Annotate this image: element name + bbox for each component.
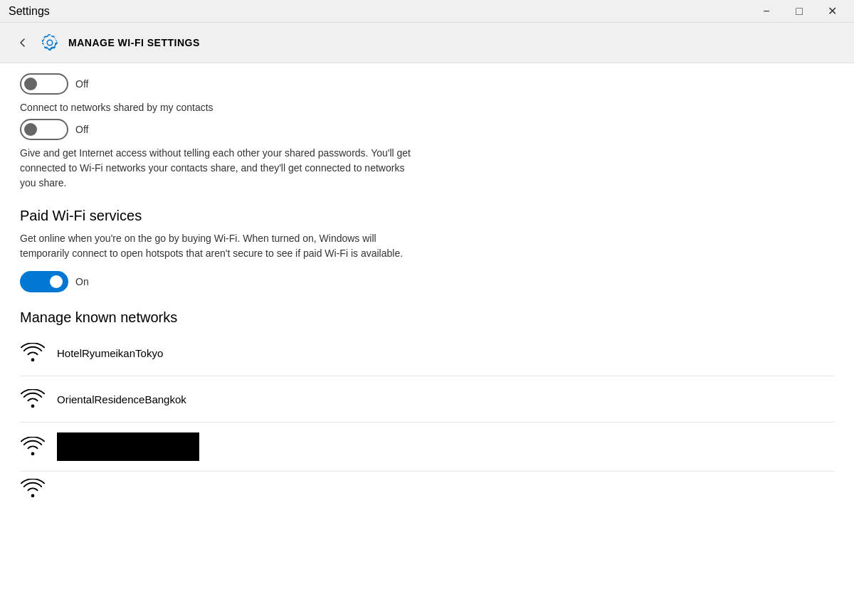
known-networks-heading: Manage known networks xyxy=(20,309,834,326)
toggle2-label: Off xyxy=(75,124,88,135)
toggle3-label: On xyxy=(75,276,89,287)
toggle2-wrapper: Off xyxy=(20,119,834,140)
network-item-4 xyxy=(20,474,834,503)
network-divider-3 xyxy=(20,471,834,472)
network-item-3 xyxy=(20,425,834,468)
toggle1[interactable] xyxy=(20,73,68,95)
network-item-2: OrientalResidenceBangkok xyxy=(20,379,834,419)
shared-description: Give and get Internet access without tel… xyxy=(20,146,418,191)
network-name-redacted-1 xyxy=(57,432,199,461)
minimize-button[interactable]: − xyxy=(750,0,783,23)
paid-wifi-description: Get online when you're on the go by buyi… xyxy=(20,231,418,261)
toggle2[interactable] xyxy=(20,119,68,140)
settings-content: Off Connect to networks shared by my con… xyxy=(0,63,854,616)
maximize-button[interactable]: □ xyxy=(783,0,816,23)
wifi-signal-icon xyxy=(21,343,45,363)
title-bar: Settings − □ ✕ xyxy=(0,0,854,23)
network-divider-2 xyxy=(20,422,834,423)
connect-contacts-label: Connect to networks shared by my contact… xyxy=(20,102,834,113)
wifi-signal-icon-3 xyxy=(21,437,45,457)
toggle3[interactable] xyxy=(20,271,68,292)
gear-icon xyxy=(40,33,60,53)
back-button[interactable] xyxy=(14,34,31,51)
network-divider-1 xyxy=(20,376,834,376)
wifi-signal-icon-4 xyxy=(21,479,45,499)
settings-header: MANAGE WI-FI SETTINGS xyxy=(0,23,854,63)
toggle1-wrapper: Off xyxy=(20,73,834,95)
toggle1-label: Off xyxy=(75,78,88,90)
network-name-1: HotelRyumeikanTokyo xyxy=(57,347,163,359)
title-bar-left: Settings xyxy=(9,5,50,18)
toggle3-wrapper: On xyxy=(20,271,834,292)
wifi-signal-icon-2 xyxy=(21,389,45,409)
wifi-icon-4 xyxy=(20,476,46,501)
title-bar-controls: − □ ✕ xyxy=(750,0,848,23)
paid-wifi-heading: Paid Wi-Fi services xyxy=(20,208,834,224)
wifi-icon-3 xyxy=(20,434,46,460)
wifi-icon-2 xyxy=(20,386,46,412)
page-title: MANAGE WI-FI SETTINGS xyxy=(68,37,200,48)
back-icon xyxy=(17,37,28,48)
network-item-1: HotelRyumeikanTokyo xyxy=(20,333,834,373)
close-button[interactable]: ✕ xyxy=(816,0,848,23)
wifi-icon-1 xyxy=(20,340,46,366)
title-bar-title: Settings xyxy=(9,5,50,18)
network-name-2: OrientalResidenceBangkok xyxy=(57,393,186,405)
